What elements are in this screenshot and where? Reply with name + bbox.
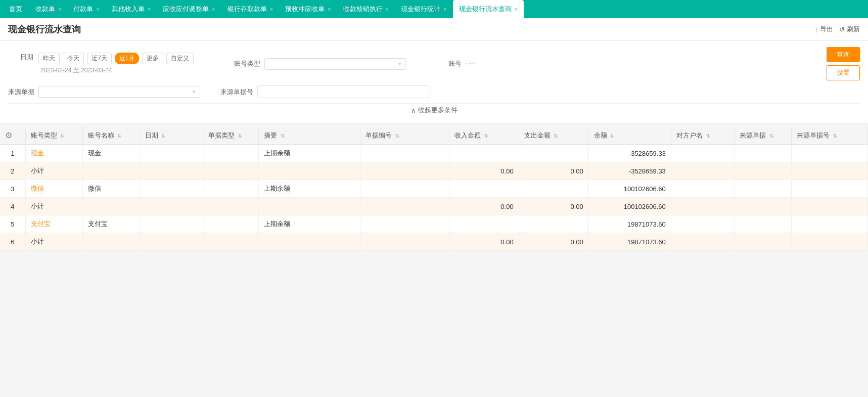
date-range-text: 2023-02-24 至 2023-03-24	[40, 66, 194, 75]
table-row[interactable]: 4小计0.000.00100102606.60	[0, 198, 868, 215]
th-balance[interactable]: 余额 ⇅	[588, 126, 671, 145]
tab-close-icon[interactable]: ×	[515, 6, 518, 12]
table-header: ⚙ 账号类型 ⇅ 账号名称 ⇅ 日期 ⇅ 单据类型 ⇅ 摘要 ⇅	[0, 126, 868, 145]
table-cell: 0.00	[519, 233, 588, 251]
th-income[interactable]: 收入金额 ⇅	[449, 126, 519, 145]
nav-tab-现金银行统计[interactable]: 现金银行统计×	[395, 0, 452, 18]
th-source-no[interactable]: 来源单据号 ⇅	[792, 126, 868, 145]
table-cell: 0.00	[449, 198, 519, 215]
th-account-type[interactable]: 账号类型 ⇅	[25, 126, 82, 145]
table-cell	[449, 145, 519, 162]
th-account-name[interactable]: 账号名称 ⇅	[82, 126, 140, 145]
th-source[interactable]: 来源单据 ⇅	[735, 126, 792, 145]
table-cell: -3528659.33	[588, 162, 671, 180]
refresh-button[interactable]: ↺ 刷新	[839, 25, 860, 34]
nav-tab-银行存取款单[interactable]: 银行存取款单×	[221, 0, 279, 18]
tab-close-icon[interactable]: ×	[443, 6, 446, 12]
settings-button[interactable]: 设置	[827, 65, 860, 80]
table-cell: 0.00	[449, 233, 519, 251]
table-cell	[203, 233, 259, 251]
table-cell	[792, 198, 868, 215]
data-table: ⚙ 账号类型 ⇅ 账号名称 ⇅ 日期 ⇅ 单据类型 ⇅ 摘要 ⇅	[0, 126, 868, 251]
tab-close-icon[interactable]: ×	[386, 6, 389, 12]
nav-tab-付款单[interactable]: 付款单×	[67, 0, 105, 18]
table-cell: 现金	[82, 145, 140, 162]
table-cell	[792, 162, 868, 180]
table-cell	[360, 162, 449, 180]
sort-source-no-icon: ⇅	[833, 133, 837, 139]
nav-tab-现金银行流水查询[interactable]: 现金银行流水查询×	[453, 0, 524, 18]
table-cell	[82, 198, 140, 215]
nav-tab-预收冲应收单[interactable]: 预收冲应收单×	[279, 0, 337, 18]
top-nav: 首页 收款单×付款单×其他收入单×应收应付调整单×银行存取款单×预收冲应收单×收…	[0, 0, 868, 18]
th-date[interactable]: 日期 ⇅	[140, 126, 203, 145]
th-counterpart[interactable]: 对方户名 ⇅	[671, 126, 735, 145]
th-bill-no[interactable]: 单据编号 ⇅	[360, 126, 449, 145]
nav-tab-收款单[interactable]: 收款单×	[29, 0, 67, 18]
export-icon: ↑	[815, 26, 818, 33]
table-cell	[82, 162, 140, 180]
table-row[interactable]: 3微信微信上期余额100102606.60	[0, 180, 868, 198]
tab-close-icon[interactable]: ×	[96, 6, 99, 12]
nav-tab-收款核销执行[interactable]: 收款核销执行×	[337, 0, 395, 18]
date-option-近7天[interactable]: 近7天	[87, 53, 112, 64]
date-option-自定义[interactable]: 自定义	[166, 53, 194, 64]
sort-expense-icon: ⇅	[554, 133, 558, 139]
table-cell: 1	[0, 145, 25, 162]
table-cell	[792, 145, 868, 162]
table-cell: 支付宝	[82, 215, 140, 233]
sort-date-icon: ⇅	[161, 133, 165, 139]
nav-home[interactable]: 首页	[2, 5, 29, 14]
account-no-dots-button[interactable]: ···	[466, 59, 475, 68]
date-option-今天[interactable]: 今天	[63, 53, 84, 64]
tab-close-icon[interactable]: ×	[270, 6, 273, 12]
table-cell	[792, 215, 868, 233]
th-bill-type[interactable]: 单据类型 ⇅	[203, 126, 259, 145]
nav-tab-应收应付调整单[interactable]: 应收应付调整单×	[157, 0, 221, 18]
table-cell: 小计	[25, 162, 82, 180]
source-doc-arrow-icon: ▾	[193, 89, 196, 95]
table-row[interactable]: 6小计0.000.0019871073.60	[0, 233, 868, 251]
nav-tab-其他收入单[interactable]: 其他收入单×	[106, 0, 157, 18]
date-option-昨天[interactable]: 昨天	[38, 53, 60, 64]
table-cell	[735, 162, 792, 180]
filter-row-date: 日期 昨天今天近7天近1月更多自定义 2023-02-24 至 2023-03-…	[8, 47, 860, 80]
table-cell	[519, 145, 588, 162]
source-doc-select[interactable]: ▾	[38, 86, 200, 98]
th-expense[interactable]: 支出金额 ⇅	[519, 126, 588, 145]
table-cell	[203, 162, 259, 180]
table-row[interactable]: 1现金现金上期余额-3528659.33	[0, 145, 868, 162]
table-cell: 100102606.60	[588, 180, 671, 198]
source-doc-no-input[interactable]	[257, 85, 429, 98]
sort-income-icon: ⇅	[484, 133, 488, 139]
tab-close-icon[interactable]: ×	[328, 6, 331, 12]
tab-close-icon[interactable]: ×	[212, 6, 215, 12]
sort-account-name-icon: ⇅	[117, 133, 121, 139]
table-cell: 19871073.60	[588, 233, 671, 251]
table-row[interactable]: 2小计0.000.00-3528659.33	[0, 162, 868, 180]
table-cell: 5	[0, 215, 25, 233]
table-cell	[259, 162, 360, 180]
tab-close-icon[interactable]: ×	[58, 6, 61, 12]
export-button[interactable]: ↑ 导出	[815, 25, 834, 34]
table-cell	[449, 180, 519, 198]
collapse-button[interactable]: ∧ 收起更多条件	[8, 103, 860, 117]
table-cell: 支付宝	[25, 215, 82, 233]
date-option-近1月[interactable]: 近1月	[115, 53, 140, 64]
source-doc-no-label: 来源单据号	[220, 87, 253, 97]
table-cell	[140, 198, 203, 215]
tab-close-icon[interactable]: ×	[148, 6, 151, 12]
th-summary[interactable]: 摘要 ⇅	[259, 126, 360, 145]
gear-icon[interactable]: ⚙	[5, 131, 12, 140]
table-cell: 上期余额	[259, 215, 360, 233]
query-button[interactable]: 查询	[827, 47, 860, 62]
table-cell: 小计	[25, 233, 82, 251]
account-type-select[interactable]: ▾	[264, 58, 406, 70]
table-cell: 3	[0, 180, 25, 198]
table-cell	[519, 215, 588, 233]
table-cell	[82, 233, 140, 251]
table-cell: 上期余额	[259, 145, 360, 162]
date-option-更多[interactable]: 更多	[142, 53, 163, 64]
sort-bill-no-icon: ⇅	[395, 133, 399, 139]
table-row[interactable]: 5支付宝支付宝上期余额19871073.60	[0, 215, 868, 233]
